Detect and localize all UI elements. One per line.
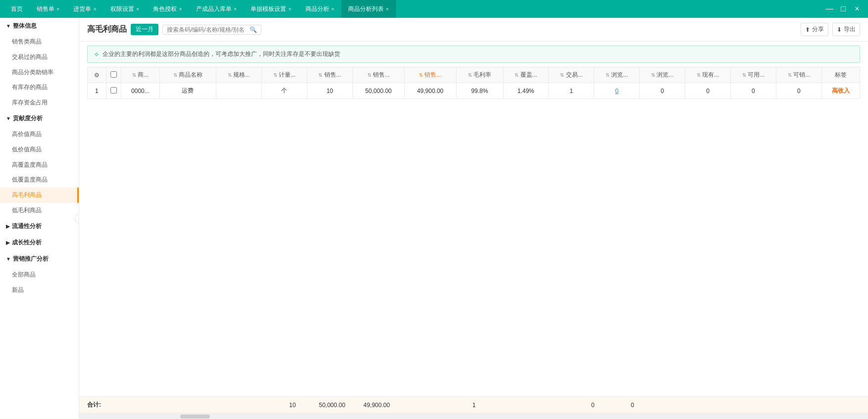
nav-permission-settings[interactable]: 权限设置 × [103, 0, 146, 18]
nav-product-storage[interactable]: 产成品入库单 × [189, 0, 244, 18]
nav-role-auth-close[interactable]: × [179, 6, 182, 12]
sidebar-group-marketing-header[interactable]: ▼ 营销推广分析 [0, 251, 79, 267]
col-coverage: ⇅ 覆盖... [503, 67, 549, 83]
table-row: 1 0000... 运费 个 10 50,000.00 49,900.00 99… [88, 83, 860, 99]
col-sort-icon-sa[interactable]: ⇅ [788, 72, 792, 78]
col-code: ⇅ 商... [121, 67, 159, 83]
nav-template-settings-close[interactable]: × [288, 6, 291, 12]
col-sales1: ⇅ 销售... [307, 67, 353, 83]
footer-available: 0 [631, 402, 670, 409]
nav-product-analysis-list[interactable]: 商品分析列表 × [341, 0, 396, 18]
col-sort-icon-cu[interactable]: ⇅ [697, 72, 701, 78]
nav-purchase-order-close[interactable]: × [93, 6, 96, 12]
sidebar-item-category-sales-rate[interactable]: 商品分类助销率 [0, 65, 79, 80]
col-sort-icon-s1[interactable]: ⇅ [318, 72, 322, 78]
sidebar-item-new-goods[interactable]: 新品 [0, 282, 79, 298]
row-available: 0 [730, 83, 776, 99]
nav-home[interactable]: 首页 [4, 0, 30, 18]
row-browse1[interactable]: 0 [594, 83, 640, 99]
sidebar-group-contribution: ▼ 贡献度分析 高价值商品 低价值商品 高覆盖度商品 低覆盖度商品 高毛利商品 … [0, 110, 79, 218]
footer-sales3: 49,900.00 [363, 402, 408, 409]
footer-current: 0 [591, 402, 631, 409]
sidebar-group-contribution-header[interactable]: ▼ 贡献度分析 [0, 110, 79, 127]
row-gross-rate: 99.8% [456, 83, 503, 99]
col-spec: ⇅ 规格... [216, 67, 261, 83]
sidebar-item-traded-goods[interactable]: 交易过的商品 [0, 49, 79, 65]
export-button[interactable]: ⬇ 导出 [832, 23, 860, 36]
scrollbar-thumb[interactable] [180, 415, 210, 419]
col-sort-icon-unit[interactable]: ⇅ [273, 72, 277, 78]
row-code: 0000... [121, 83, 159, 99]
row-sales1: 10 [307, 83, 353, 99]
export-icon: ⬇ [837, 26, 842, 33]
content-header: 高毛利商品 近一月 🔍 ⬆ 分享 ⬇ 导出 [79, 18, 868, 42]
row-num: 1 [88, 83, 106, 99]
row-checkbox-cell[interactable] [106, 83, 121, 99]
sidebar-item-low-value[interactable]: 低价值商品 [0, 142, 79, 157]
sidebar-group-overview: ▼ 整体信息 销售类商品 交易过的商品 商品分类助销率 有库存的商品 库存资金占… [0, 18, 79, 110]
sidebar-item-sales-goods[interactable]: 销售类商品 [0, 34, 79, 49]
col-name: ⇅ 商品名称 [160, 67, 216, 83]
nav-permission-settings-close[interactable]: × [136, 6, 139, 12]
sidebar-item-high-value[interactable]: 高价值商品 [0, 127, 79, 142]
sidebar-item-high-margin[interactable]: 高毛利商品 [0, 187, 79, 203]
col-sort-icon-name[interactable]: ⇅ [173, 72, 177, 78]
sidebar-group-growth-header[interactable]: ▶ 成长性分析 [0, 234, 79, 251]
sidebar-item-high-coverage[interactable]: 高覆盖度商品 [0, 157, 79, 173]
nav-sales-order[interactable]: 销售单 × [30, 0, 66, 18]
col-sort-icon[interactable]: ⇅ [132, 72, 136, 78]
sidebar-group-overview-header[interactable]: ▼ 整体信息 [0, 18, 79, 34]
row-sales3: 49,900.00 [405, 83, 457, 99]
col-tag: 标签 [821, 67, 860, 83]
nav-product-analysis[interactable]: 商品分析 × [299, 0, 341, 18]
row-trade: 1 [549, 83, 594, 99]
col-sort-icon-tr[interactable]: ⇅ [560, 72, 564, 78]
nav-template-settings[interactable]: 单据模板设置 × [244, 0, 298, 18]
sidebar-item-low-margin[interactable]: 低毛利商品 [0, 203, 79, 218]
col-sort-icon-av[interactable]: ⇅ [742, 72, 746, 78]
sidebar-item-stock-goods[interactable]: 有库存的商品 [0, 80, 79, 95]
col-sort-icon-b1[interactable]: ⇅ [606, 72, 610, 78]
nav-product-storage-close[interactable]: × [234, 6, 237, 12]
table-header-row: ⚙ ⇅ 商... ⇅ 商品名称 ⇅ [88, 67, 860, 83]
search-box[interactable]: 🔍 [162, 25, 261, 35]
period-button[interactable]: 近一月 [131, 24, 158, 35]
sidebar: « ▼ 整体信息 销售类商品 交易过的商品 商品分类助销率 有库存的商品 库存资… [0, 18, 79, 419]
col-current: ⇅ 现有... [685, 67, 731, 83]
footer-label: 合计: [87, 401, 107, 409]
nav-minimize-icon[interactable]: — [822, 2, 836, 16]
col-sort-icon-s3[interactable]: ⇅ [419, 72, 423, 78]
col-sort-icon-s2[interactable]: ⇅ [367, 72, 371, 78]
sidebar-item-stock-capital[interactable]: 库存资金占用 [0, 95, 79, 110]
col-settings[interactable]: ⚙ [88, 67, 106, 83]
sidebar-item-all-goods[interactable]: 全部商品 [0, 267, 79, 282]
nav-product-analysis-list-close[interactable]: × [386, 6, 389, 12]
search-input[interactable] [167, 26, 250, 33]
row-spec [216, 83, 261, 99]
nav-role-auth[interactable]: 角色授权 × [146, 0, 189, 18]
nav-purchase-order[interactable]: 进货单 × [66, 0, 103, 18]
nav-sales-order-close[interactable]: × [56, 6, 59, 12]
col-trade: ⇅ 交易... [549, 67, 594, 83]
col-sort-icon-b2[interactable]: ⇅ [651, 72, 655, 78]
sidebar-group-liquidity-header[interactable]: ▶ 流通性分析 [0, 218, 79, 234]
nav-maximize-icon[interactable]: □ [836, 2, 850, 16]
col-checkbox[interactable] [106, 67, 121, 83]
main-container: « ▼ 整体信息 销售类商品 交易过的商品 商品分类助销率 有库存的商品 库存资… [0, 18, 868, 419]
share-button[interactable]: ⬆ 分享 [801, 23, 828, 36]
row-checkbox[interactable] [110, 87, 117, 93]
search-icon[interactable]: 🔍 [250, 26, 257, 33]
nav-product-analysis-close[interactable]: × [331, 6, 334, 12]
horizontal-scrollbar[interactable] [79, 413, 868, 419]
col-sort-icon-gr[interactable]: ⇅ [468, 72, 472, 78]
row-coverage: 1.49% [503, 83, 549, 99]
arrow-down-icon-3: ▼ [6, 256, 11, 262]
col-sales2: ⇅ 销售... [353, 67, 405, 83]
col-browse1: ⇅ 浏览... [594, 67, 640, 83]
sidebar-item-low-coverage[interactable]: 低覆盖度商品 [0, 172, 79, 187]
select-all-checkbox[interactable] [110, 71, 117, 78]
col-sort-icon-cov[interactable]: ⇅ [514, 72, 518, 78]
nav-window-close-icon[interactable]: × [850, 2, 864, 16]
col-sort-icon-spec[interactable]: ⇅ [228, 72, 232, 78]
footer-trade: 1 [472, 402, 512, 409]
